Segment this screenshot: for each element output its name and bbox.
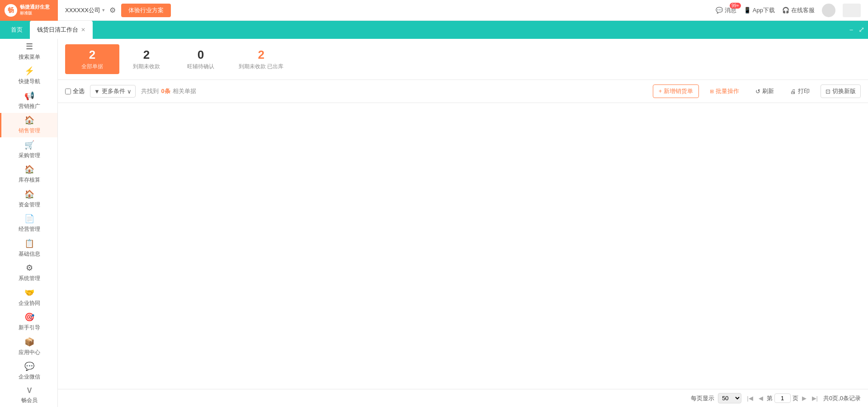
app-download-btn[interactable]: 📱 App下载 [744, 6, 775, 14]
tab-bar-actions: － ⤢ [848, 25, 864, 35]
last-page-btn[interactable]: ▶| [810, 394, 820, 402]
print-btn-label: 打印 [798, 87, 810, 95]
avatar[interactable] [822, 4, 835, 17]
guide-icon: 🎯 [24, 312, 34, 322]
stats-row: 2 全部单据 2 到期未收款 0 旺辅待确认 2 到期未收款 已出库 [58, 39, 868, 80]
print-icon: 🖨 [790, 88, 796, 95]
batch-btn[interactable]: ⊞ 批量操作 [704, 85, 745, 98]
stat-overdue-count: 2 [143, 48, 150, 62]
sidebar-item-basic-info-label: 基础信息 [19, 250, 40, 258]
sidebar-item-app-center[interactable]: 📦 应用中心 [0, 334, 57, 359]
logo-text-area: 畅捷通好生意 标准版 [20, 4, 50, 16]
user-menu[interactable] [843, 4, 861, 17]
sidebar-item-marketing-label: 营销推广 [19, 103, 40, 110]
sidebar-item-finance-label: 资金管理 [19, 201, 40, 209]
first-page-btn[interactable]: |◀ [745, 394, 755, 402]
logo-badge: 标准版 [20, 10, 50, 16]
sidebar-item-cooperation[interactable]: 🤝 企业协同 [0, 285, 57, 310]
sidebar-item-wechat[interactable]: 💬 企业微信 [0, 359, 57, 384]
prev-page-btn[interactable]: ◀ [757, 394, 765, 402]
table-area [58, 103, 868, 389]
sidebar-item-system[interactable]: ⚙ 系统管理 [0, 261, 57, 285]
tab-bar: 首页 钱货日清工作台 ✕ － ⤢ [0, 21, 868, 39]
sidebar-item-finance[interactable]: 🏠 资金管理 [0, 187, 57, 211]
page-input[interactable] [774, 393, 791, 403]
app-center-icon: 📦 [24, 337, 34, 347]
sidebar: ☰ 搜索菜单 ⚡ 快捷导航 📢 营销推广 🏠 销售管理 🛒 采购管理 🏠 库存核… [0, 39, 58, 407]
select-all-checkbox[interactable]: 全选 [65, 87, 85, 95]
quick-nav-icon: ⚡ [24, 66, 34, 76]
settings-icon[interactable]: ⚙ [109, 6, 116, 14]
chevron-down-icon: ▾ [102, 7, 105, 13]
tab-expand-icon[interactable]: ⤢ [859, 25, 864, 35]
sidebar-item-sales[interactable]: 🏠 销售管理 [0, 113, 57, 138]
sidebar-item-operations[interactable]: 📄 经营管理 [0, 211, 57, 236]
filter-btn[interactable]: ▼ 更多条件 ∨ [90, 85, 136, 98]
logo-name: 畅捷通好生意 [20, 4, 50, 10]
tab-close-icon[interactable]: ✕ [81, 27, 85, 33]
try-btn[interactable]: 体验行业方案 [121, 4, 171, 17]
found-count: 0条 [161, 88, 170, 94]
sidebar-item-guide-label: 新手引导 [19, 324, 40, 332]
switch-btn-label: 切换新版 [832, 87, 856, 95]
logo-icon: 畅 [5, 4, 17, 17]
add-sales-btn[interactable]: + 新增销货单 [653, 84, 699, 98]
tab-workspace[interactable]: 钱货日清工作台 ✕ [30, 21, 93, 39]
main-layout: ☰ 搜索菜单 ⚡ 快捷导航 📢 营销推广 🏠 销售管理 🛒 采购管理 🏠 库存核… [0, 39, 868, 407]
app-download-label: App下载 [753, 6, 775, 14]
stat-overdue-label: 到期未收款 [133, 63, 160, 70]
inventory-icon: 🏠 [24, 164, 34, 174]
sidebar-item-app-center-label: 应用中心 [19, 349, 40, 356]
stat-all-count: 2 [89, 48, 95, 62]
stat-all-label: 全部单据 [81, 63, 103, 70]
sidebar-item-inventory[interactable]: 🏠 库存核算 [0, 162, 57, 187]
switch-icon: ⊡ [826, 88, 830, 95]
search-menu-icon: ☰ [26, 42, 33, 51]
sidebar-item-guide[interactable]: 🎯 新手引导 [0, 310, 57, 335]
page-suffix: 页 [793, 394, 798, 402]
batch-icon: ⊞ [710, 89, 714, 94]
refresh-btn[interactable]: ↺ 刷新 [750, 85, 779, 98]
sidebar-item-basic-info[interactable]: 📋 基础信息 [0, 236, 57, 261]
per-page-select[interactable]: 50 100 200 [718, 393, 741, 403]
stat-overdue[interactable]: 2 到期未收款 [119, 44, 174, 74]
online-service-btn[interactable]: 🎧 在线客服 [782, 6, 815, 14]
stat-pending[interactable]: 0 旺辅待确认 [174, 44, 228, 74]
total-text: 共0页,0条记录 [823, 394, 861, 402]
download-icon: 📱 [744, 7, 751, 14]
sidebar-item-search-label: 搜索菜单 [19, 53, 40, 61]
member-icon: V [27, 387, 32, 395]
stat-pending-count: 0 [198, 48, 204, 62]
sidebar-item-purchase[interactable]: 🛒 采购管理 [0, 137, 57, 162]
sidebar-item-wechat-label: 企业微信 [19, 373, 40, 381]
sidebar-item-operations-label: 经营管理 [19, 225, 40, 233]
select-all-input[interactable] [65, 89, 71, 94]
refresh-btn-label: 刷新 [762, 87, 774, 95]
sidebar-item-marketing[interactable]: 📢 营销推广 [0, 88, 57, 113]
bell-icon: 💬 [716, 7, 723, 14]
filter-btn-label: 更多条件 [102, 87, 125, 95]
sidebar-item-search[interactable]: ☰ 搜索菜单 [0, 39, 57, 64]
tab-minimize-icon[interactable]: － [848, 25, 855, 35]
tab-home-label: 首页 [11, 26, 23, 34]
refresh-icon: ↺ [755, 88, 760, 95]
marketing-icon: 📢 [24, 91, 34, 101]
toolbar-right: + 新增销货单 ⊞ 批量操作 ↺ 刷新 🖨 打印 ⊡ 切换新版 [653, 84, 861, 98]
logo-area: 畅 畅捷通好生意 标准版 [0, 0, 58, 21]
stat-overdue-shipped[interactable]: 2 到期未收款 已出库 [228, 44, 294, 74]
messages-btn[interactable]: 💬 消息 99+ [716, 6, 736, 14]
sidebar-item-member[interactable]: V 畅会员 [0, 384, 57, 407]
switch-new-btn[interactable]: ⊡ 切换新版 [821, 84, 861, 98]
system-icon: ⚙ [26, 263, 33, 273]
service-icon: 🎧 [782, 7, 789, 14]
sidebar-item-quick-nav[interactable]: ⚡ 快捷导航 [0, 64, 57, 89]
next-page-btn[interactable]: ▶ [800, 394, 808, 402]
print-btn[interactable]: 🖨 打印 [785, 85, 815, 98]
stat-all[interactable]: 2 全部单据 [65, 44, 119, 74]
company-name: XXXXXX公司 [65, 6, 100, 14]
sidebar-item-purchase-label: 采购管理 [19, 152, 40, 159]
batch-btn-label: 批量操作 [716, 87, 739, 95]
tab-home[interactable]: 首页 [4, 21, 30, 39]
company-selector[interactable]: XXXXXX公司 ▾ [65, 6, 105, 14]
stat-pending-label: 旺辅待确认 [187, 63, 214, 70]
